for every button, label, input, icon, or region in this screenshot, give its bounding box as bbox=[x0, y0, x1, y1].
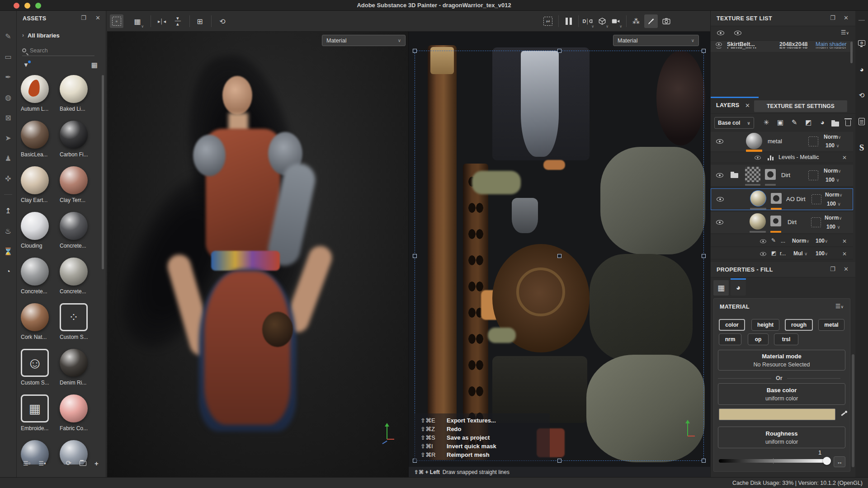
slider-reset-button[interactable]: ↔ bbox=[834, 456, 845, 467]
base-color-swatch[interactable] bbox=[719, 408, 835, 420]
opacity-value[interactable]: 100 ∨ bbox=[826, 224, 840, 230]
layer-thumbnail[interactable] bbox=[750, 213, 766, 230]
layer-row-metal[interactable]: metal Norm∨ 100 ∨ bbox=[711, 132, 853, 152]
visibility-eye-icon[interactable] bbox=[717, 197, 724, 202]
effect-row-fill[interactable]: ◩ r... Mul ∨ 100∨ ✕ bbox=[711, 248, 853, 259]
filter-list-icon[interactable]: ☰∨ bbox=[841, 29, 849, 36]
channel-chip-trsl[interactable]: trsl bbox=[774, 333, 798, 345]
add-effect-icon[interactable]: ✳ bbox=[761, 118, 771, 127]
undock-panel-icon[interactable]: ❐ bbox=[830, 15, 835, 21]
smudge-tool-icon[interactable]: ➤ bbox=[3, 132, 14, 143]
asset-item[interactable]: Embroide... bbox=[21, 394, 56, 440]
asset-item[interactable]: Clouding bbox=[21, 212, 56, 258]
delete-layer-icon[interactable] bbox=[843, 120, 853, 127]
roughness-box[interactable]: Roughness uniform color bbox=[718, 427, 845, 448]
blend-mode[interactable]: Norm∨ bbox=[824, 134, 841, 140]
reset-view-icon[interactable]: ⟲ bbox=[216, 14, 229, 28]
layer-row-dirt-group[interactable]: Dirt Norm∨ 100 ∨ bbox=[711, 165, 853, 187]
shader-settings-icon[interactable]: ◕ bbox=[857, 64, 867, 74]
mirror-horizontal-icon[interactable]: ▸│◂ bbox=[155, 14, 169, 28]
assets-scrollbar[interactable] bbox=[102, 75, 104, 269]
channel-chip-height[interactable]: height bbox=[751, 319, 779, 331]
close-panel-icon[interactable]: ✕ bbox=[844, 15, 849, 21]
add-asset-icon[interactable]: + bbox=[94, 460, 99, 467]
roughness-slider[interactable] bbox=[719, 459, 827, 463]
opacity-value[interactable]: 100∨ bbox=[816, 238, 828, 244]
viewport2d-material-dropdown[interactable]: Material ∨ bbox=[613, 35, 699, 46]
close-panel-icon[interactable]: ✕ bbox=[844, 266, 849, 272]
library-selector[interactable]: › All libraries bbox=[17, 30, 106, 41]
projection-tool-icon[interactable]: ✒ bbox=[3, 71, 14, 82]
asset-item[interactable]: Concrete... bbox=[60, 258, 95, 303]
list-view-icon[interactable]: ☰▫ bbox=[23, 460, 30, 467]
add-paint-layer-icon[interactable]: ✎ bbox=[789, 118, 799, 127]
perspective-cube-icon[interactable]: ∨ bbox=[595, 14, 609, 28]
remove-effect-icon[interactable]: ✕ bbox=[842, 155, 847, 161]
search-input[interactable] bbox=[30, 47, 84, 54]
asset-item[interactable]: Concrete... bbox=[60, 212, 95, 258]
layer-thumbnail[interactable] bbox=[746, 133, 762, 149]
selection-handle[interactable] bbox=[557, 49, 561, 53]
blend-mode[interactable]: Norm∨ bbox=[792, 238, 810, 244]
particles-brush-icon[interactable]: ⁂ bbox=[629, 14, 643, 28]
opacity-value[interactable]: 100∨ bbox=[816, 250, 828, 257]
details-view-icon[interactable]: ☰▪ bbox=[38, 460, 46, 467]
close-window-button[interactable] bbox=[14, 3, 19, 9]
bake-mesh-maps-icon[interactable]: ♨ bbox=[3, 225, 14, 236]
add-folder-icon[interactable] bbox=[830, 120, 840, 128]
channel-select-dropdown[interactable]: Base col ∨ bbox=[714, 117, 754, 129]
display-settings-icon[interactable]: ⚙ bbox=[857, 38, 867, 48]
layer-thumbnail[interactable] bbox=[750, 190, 766, 206]
visibility-eye-icon[interactable] bbox=[716, 220, 723, 225]
texture-set-hscrollbar[interactable] bbox=[711, 97, 759, 98]
camera-capture-icon[interactable] bbox=[660, 14, 673, 28]
history-icon[interactable]: ⟲ bbox=[857, 90, 867, 100]
asset-item[interactable]: Baked Li... bbox=[60, 75, 95, 121]
add-fill-layer-icon[interactable]: ◩ bbox=[803, 118, 813, 127]
tab-properties-material-icon[interactable]: ◕ bbox=[731, 280, 746, 296]
viewport-3d[interactable]: Material ∨ bbox=[107, 32, 408, 477]
asset-item[interactable]: Custom S... bbox=[21, 349, 56, 394]
selection-handle[interactable] bbox=[702, 459, 706, 463]
layer-row-ao-dirt[interactable]: AO Dirt Norm∨ 100 ∨ bbox=[711, 188, 853, 210]
mask-thumbnail[interactable] bbox=[770, 216, 781, 226]
visibility-eye-icon[interactable] bbox=[760, 252, 766, 256]
group-thumbnail[interactable] bbox=[745, 167, 760, 182]
layer-effect-levels[interactable]: Levels - Metallic ✕ bbox=[711, 152, 853, 163]
visibility-eye-icon[interactable] bbox=[716, 173, 723, 178]
mirror-vertical-icon[interactable]: ▸│◂ bbox=[171, 14, 185, 28]
asset-item[interactable]: Custom S... bbox=[60, 303, 95, 349]
selection-handle[interactable] bbox=[413, 49, 417, 53]
asset-item[interactable]: Fabric Co... bbox=[60, 394, 95, 440]
blend-mode[interactable]: Norm∨ bbox=[825, 192, 843, 198]
eraser-tool-icon[interactable]: ▭ bbox=[3, 51, 14, 62]
asset-item[interactable]: Denim Ri... bbox=[60, 349, 95, 394]
resources-updates-icon[interactable]: ◔ bbox=[3, 266, 14, 277]
log-icon[interactable] bbox=[857, 117, 867, 127]
toggle-all-visibility-icon[interactable] bbox=[717, 31, 724, 35]
close-panel-icon[interactable]: ✕ bbox=[95, 15, 100, 21]
add-mask-icon[interactable]: ▣ bbox=[775, 118, 785, 127]
pending-processes-icon[interactable]: ⌛ bbox=[3, 246, 14, 257]
grid-view-icon[interactable]: ▦ bbox=[91, 61, 98, 69]
asset-item[interactable]: Cork Nat... bbox=[21, 303, 56, 349]
opacity-value[interactable]: 100 ∨ bbox=[827, 201, 841, 207]
viewport3d-material-dropdown[interactable]: Material ∨ bbox=[322, 35, 406, 46]
effect-row-paint[interactable]: ✎ ... Norm∨ 100∨ ✕ bbox=[711, 235, 853, 247]
channel-chip-color[interactable]: color bbox=[719, 319, 745, 331]
base-color-box[interactable]: Base color uniform color bbox=[718, 383, 845, 405]
asset-item[interactable]: Clay Eart... bbox=[21, 166, 56, 212]
slider-handle[interactable] bbox=[823, 457, 831, 465]
eyedropper-icon[interactable] bbox=[840, 410, 847, 418]
texture-set-scrollbar[interactable] bbox=[850, 42, 853, 63]
visibility-eye-icon[interactable] bbox=[716, 139, 723, 144]
asset-item[interactable]: Clay Terr... bbox=[60, 166, 95, 212]
paint-tool-icon[interactable]: ✎ bbox=[3, 31, 14, 42]
refresh-icon[interactable]: ⟳ bbox=[66, 459, 72, 467]
dock-handle[interactable] bbox=[859, 20, 865, 21]
camera-view-icon[interactable]: ∨ bbox=[609, 14, 623, 28]
minimize-window-button[interactable] bbox=[24, 3, 30, 9]
frame-view-icon[interactable]: ⊞ bbox=[193, 14, 207, 28]
asset-item[interactable]: BasicLea... bbox=[21, 121, 56, 166]
selection-handle[interactable] bbox=[702, 254, 706, 258]
